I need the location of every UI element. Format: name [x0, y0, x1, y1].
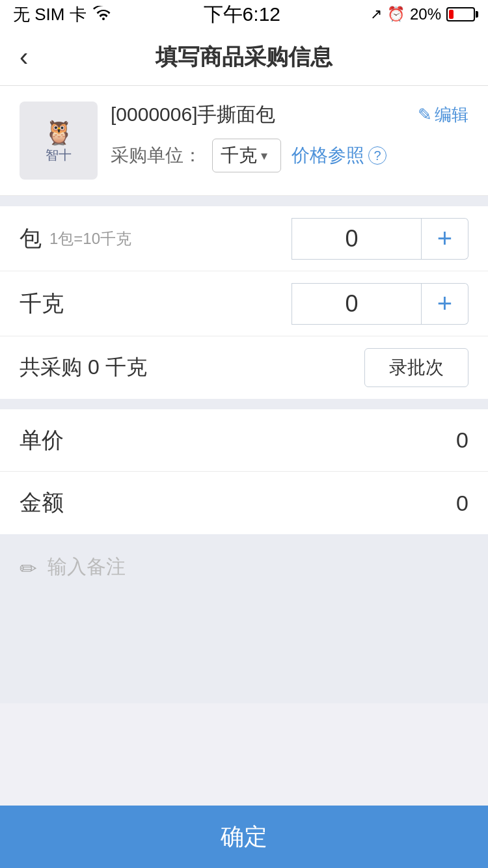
edit-button[interactable]: ✎ 编辑	[418, 103, 468, 126]
remark-section[interactable]: ✏ 输入备注	[0, 534, 488, 638]
remark-placeholder: 输入备注	[47, 554, 126, 580]
wifi-icon	[93, 5, 114, 25]
total-label: 共采购 0 千克	[20, 353, 147, 382]
bao-quantity-input[interactable]	[291, 218, 422, 260]
section-divider-1	[0, 196, 488, 206]
kg-label-text: 千克	[20, 289, 64, 319]
confirm-button[interactable]: 确定	[0, 806, 488, 868]
unit-label: 采购单位：	[111, 143, 202, 168]
kg-input-control: +	[291, 283, 468, 325]
kg-input-row: 千克 +	[0, 271, 488, 336]
back-button[interactable]: ‹	[20, 42, 28, 72]
edit-icon: ✎	[418, 105, 432, 125]
pencil-icon: ✏	[20, 556, 37, 581]
status-bar: 无 SIM 卡 下午6:12 ↗ ⏰ 20%	[0, 0, 488, 29]
unit-price-value: 0	[456, 427, 468, 453]
product-unit-row: 采购单位： 千克 ▾ 价格参照 ?	[111, 139, 468, 172]
price-ref-label: 价格参照	[291, 143, 364, 168]
bao-label-text: 包	[20, 224, 42, 254]
price-ref-button[interactable]: 价格参照 ?	[291, 143, 386, 168]
location-icon: ↗	[370, 6, 382, 23]
unit-price-label: 单价	[20, 426, 64, 455]
bao-input-row: 包 1包=10千克 +	[0, 206, 488, 271]
section-divider-2	[0, 399, 488, 409]
kg-quantity-input[interactable]	[291, 283, 422, 325]
nav-bar: ‹ 填写商品采购信息	[0, 29, 488, 86]
price-ref-help-icon: ?	[368, 146, 386, 165]
product-logo-text: 智十	[44, 147, 74, 163]
unit-value: 千克	[221, 143, 257, 168]
total-amount: 0	[88, 355, 100, 379]
time-display: 下午6:12	[204, 1, 280, 28]
unit-price-row: 单价 0	[0, 409, 488, 472]
status-right: ↗ ⏰ 20%	[370, 5, 475, 23]
edit-label: 编辑	[435, 103, 468, 126]
alarm-icon: ⏰	[387, 6, 405, 23]
total-unit: 千克	[105, 355, 147, 379]
product-image: 🦉 智十	[20, 102, 98, 180]
page-title: 填写商品采购信息	[156, 42, 332, 72]
product-info: [0000006]手撕面包 ✎ 编辑 采购单位： 千克 ▾ 价格参照 ?	[111, 102, 468, 172]
product-header: [0000006]手撕面包 ✎ 编辑	[111, 102, 468, 128]
product-name: [0000006]手撕面包	[111, 102, 275, 128]
no-sim-text: 无 SIM 卡	[13, 3, 87, 26]
product-logo-icon: 🦉	[44, 118, 74, 146]
batch-button[interactable]: 录批次	[364, 348, 468, 387]
bao-plus-button[interactable]: +	[422, 218, 468, 260]
price-section: 单价 0 金额 0	[0, 409, 488, 534]
battery-percent: 20%	[410, 5, 441, 23]
kg-label: 千克	[20, 289, 64, 319]
bao-label: 包 1包=10千克	[20, 224, 131, 254]
battery-icon	[446, 7, 475, 21]
amount-value: 0	[456, 491, 468, 516]
content-spacer	[0, 638, 488, 703]
total-row: 共采购 0 千克 录批次	[0, 336, 488, 399]
product-card: 🦉 智十 [0000006]手撕面包 ✎ 编辑 采购单位： 千克 ▾ 价格参照 …	[0, 86, 488, 196]
total-prefix: 共采购	[20, 355, 82, 379]
amount-label: 金额	[20, 488, 64, 518]
amount-row: 金额 0	[0, 472, 488, 534]
unit-select[interactable]: 千克 ▾	[212, 139, 281, 172]
quantity-section: 包 1包=10千克 + 千克 +	[0, 206, 488, 336]
status-left: 无 SIM 卡	[13, 3, 114, 26]
bao-input-control: +	[291, 218, 468, 260]
dropdown-arrow-icon: ▾	[261, 148, 267, 163]
kg-plus-button[interactable]: +	[422, 283, 468, 325]
bao-sublabel: 1包=10千克	[49, 228, 131, 249]
